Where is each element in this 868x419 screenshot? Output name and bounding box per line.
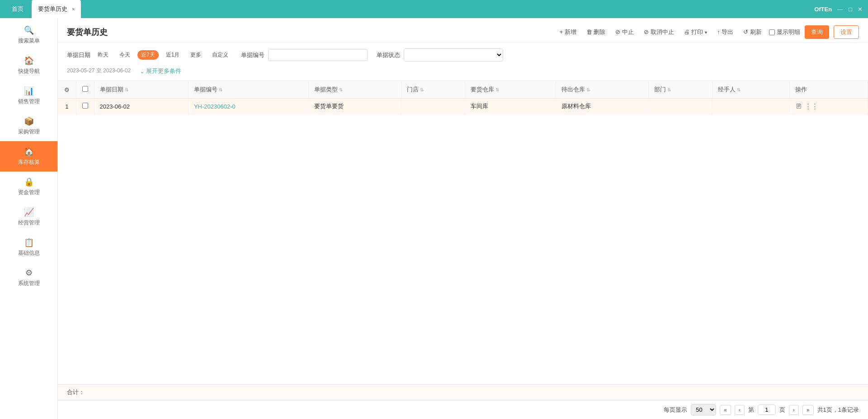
doc-no-link[interactable]: YH-20230602-0 xyxy=(194,103,236,110)
table-container: ⚙ 单据日期⇅ 单据编号⇅ 单据类型⇅ 门店⇅ 要货仓库⇅ 待出仓库⇅ xyxy=(58,81,868,384)
sidebar-item-finance[interactable]: 🔒 资金管理 xyxy=(0,171,57,202)
display-detail-label[interactable]: 显示明细 xyxy=(769,28,800,36)
content-area: 要货单历史 + 新增 🗑 删除 ⊘ 中止 ⊘ 取消中止 🖨 打印 ▾ ↑ 导出 … xyxy=(58,18,868,419)
print-dropdown-arrow: ▾ xyxy=(705,30,707,35)
sidebar-item-quick-nav[interactable]: 🏠 快捷导航 xyxy=(0,50,57,81)
th-department: 部门⇅ xyxy=(648,81,712,99)
prev-page-button[interactable]: ‹ xyxy=(735,405,745,415)
filter-area: 单据日期 昨天 今天 近7天 近1月 更多 自定义 单据编号 xyxy=(58,43,868,81)
th-setting[interactable]: ⚙ xyxy=(58,81,76,99)
date-btn-custom[interactable]: 自定义 xyxy=(208,50,232,60)
page-size-select[interactable]: 50 100 200 xyxy=(691,404,716,415)
brand-text: OfTEn xyxy=(814,6,832,13)
print-button[interactable]: 🖨 打印 ▾ xyxy=(681,26,710,38)
td-store xyxy=(401,99,465,114)
th-doc-no: 单据编号⇅ xyxy=(188,81,308,99)
date-btn-today[interactable]: 今天 xyxy=(116,50,134,60)
sort-handler-icon[interactable]: ⇅ xyxy=(737,87,741,92)
operations-icon: 📈 xyxy=(24,207,34,217)
sidebar-label-quick-nav: 快捷导航 xyxy=(18,67,40,75)
date-btn-more[interactable]: 更多 xyxy=(187,50,205,60)
th-store: 门店⇅ xyxy=(401,81,465,99)
th-date-label: 单据日期 xyxy=(100,86,123,93)
top-bar: 首页 要货单历史 × OfTEn — □ ✕ xyxy=(0,0,868,18)
sidebar-label-operations: 经营管理 xyxy=(18,219,40,227)
delete-button[interactable]: 🗑 删除 xyxy=(584,26,609,38)
doc-no-filter: 单据编号 xyxy=(241,49,368,61)
main-table: ⚙ 单据日期⇅ 单据编号⇅ 单据类型⇅ 门店⇅ 要货仓库⇅ 待出仓库⇅ xyxy=(58,81,868,114)
sidebar-item-search-menu[interactable]: 🔍 搜索菜单 xyxy=(0,20,57,50)
doc-no-input[interactable] xyxy=(268,49,368,61)
sidebar-item-basic[interactable]: 📋 基础信息 xyxy=(0,232,57,262)
view-action-icon[interactable]: 🖹 xyxy=(795,102,802,110)
window-close-icon[interactable]: ✕ xyxy=(858,6,863,13)
cancel-stop-button[interactable]: ⊘ 取消中止 xyxy=(641,26,677,38)
main-area: 🔍 搜索菜单 🏠 快捷导航 📊 销售管理 📦 采购管理 🏠 库存核算 🔒 xyxy=(0,18,868,419)
sidebar-item-purchase[interactable]: 📦 采购管理 xyxy=(0,111,57,141)
date-btn-1month[interactable]: 近1月 xyxy=(162,50,184,60)
purchase-icon: 📦 xyxy=(24,116,34,126)
table-row: 1 2023-06-02 YH-20230602-0 要货单要货 车间库 原材料… xyxy=(58,99,868,114)
th-handler: 经手人⇅ xyxy=(712,81,789,99)
sidebar-label-system: 系统管理 xyxy=(18,280,40,287)
inventory-icon: 🏠 xyxy=(24,147,34,157)
page-title: 要货单历史 xyxy=(67,27,108,38)
summary-label: 合计： xyxy=(67,389,85,395)
expand-more-btn[interactable]: ⌄ 展开更多条件 xyxy=(140,67,181,75)
page-input[interactable] xyxy=(758,405,776,415)
date-filter: 单据日期 昨天 今天 近7天 近1月 更多 自定义 xyxy=(67,50,232,60)
td-doc-type: 要货单要货 xyxy=(309,99,401,114)
sidebar-label-basic: 基础信息 xyxy=(18,249,40,257)
sidebar-label-finance: 资金管理 xyxy=(18,189,40,196)
th-actions: 操作 xyxy=(789,81,868,99)
tab-close-icon[interactable]: × xyxy=(72,6,75,12)
page-header: 要货单历史 + 新增 🗑 删除 ⊘ 中止 ⊘ 取消中止 🖨 打印 ▾ ↑ 导出 … xyxy=(58,18,868,43)
sort-doc-no-icon[interactable]: ⇅ xyxy=(219,87,222,92)
sort-date-icon[interactable]: ⇅ xyxy=(125,87,128,92)
sidebar-label-search-menu: 搜索菜单 xyxy=(18,37,40,45)
doc-status-select[interactable] xyxy=(404,48,503,62)
tab-active[interactable]: 要货单历史 × xyxy=(32,0,81,18)
date-range-display: 2023-05-27 至 2023-06-02 xyxy=(67,67,131,75)
tab-home[interactable]: 首页 xyxy=(5,0,30,18)
tab-active-label: 要货单历史 xyxy=(38,5,67,13)
sort-req-warehouse-icon[interactable]: ⇅ xyxy=(495,87,499,92)
last-page-button[interactable]: » xyxy=(802,405,814,415)
expand-more-icon: ⌄ xyxy=(140,68,145,75)
sort-store-icon[interactable]: ⇅ xyxy=(420,87,424,92)
row-checkbox[interactable] xyxy=(82,103,88,109)
date-btn-7days[interactable]: 近7天 xyxy=(137,50,159,60)
new-button[interactable]: + 新增 xyxy=(557,26,579,38)
refresh-button[interactable]: ↺ 刷新 xyxy=(741,26,764,38)
doc-status-label: 单据状态 xyxy=(377,51,400,59)
more-action-icon[interactable]: ⋮⋮ xyxy=(805,102,818,110)
th-doc-type-label: 单据类型 xyxy=(314,86,338,93)
quick-nav-icon: 🏠 xyxy=(24,56,34,66)
actions-container: 🖹 ⋮⋮ xyxy=(795,102,862,110)
minimize-icon[interactable]: — xyxy=(837,6,843,13)
th-pending-warehouse-label: 待出仓库 xyxy=(561,86,585,93)
display-detail-checkbox[interactable] xyxy=(769,29,775,35)
date-btn-yesterday[interactable]: 昨天 xyxy=(94,50,112,60)
sort-department-icon[interactable]: ⇅ xyxy=(667,87,671,92)
first-page-button[interactable]: « xyxy=(720,405,731,415)
th-checkbox[interactable] xyxy=(76,81,94,99)
sort-pending-warehouse-icon[interactable]: ⇅ xyxy=(586,87,590,92)
sidebar-item-inventory[interactable]: 🏠 库存核算 xyxy=(0,141,57,171)
sidebar-item-system[interactable]: ⚙ 系统管理 xyxy=(0,262,57,293)
sort-doc-type-icon[interactable]: ⇅ xyxy=(339,87,343,92)
th-store-label: 门店 xyxy=(407,86,419,93)
sidebar-item-sales[interactable]: 📊 销售管理 xyxy=(0,81,57,111)
td-checkbox[interactable] xyxy=(76,99,94,114)
sidebar-item-operations[interactable]: 📈 经营管理 xyxy=(0,202,57,232)
display-detail-text: 显示明细 xyxy=(777,28,800,36)
export-button[interactable]: ↑ 导出 xyxy=(714,26,736,38)
select-all-checkbox[interactable] xyxy=(82,86,88,92)
td-actions: 🖹 ⋮⋮ xyxy=(789,99,868,114)
settings-button[interactable]: 设置 xyxy=(834,25,859,39)
query-button[interactable]: 查询 xyxy=(805,25,829,39)
next-page-button[interactable]: › xyxy=(789,405,799,415)
stop-button[interactable]: ⊘ 中止 xyxy=(613,26,637,38)
sidebar-label-purchase: 采购管理 xyxy=(18,128,40,136)
maximize-icon[interactable]: □ xyxy=(849,6,852,13)
